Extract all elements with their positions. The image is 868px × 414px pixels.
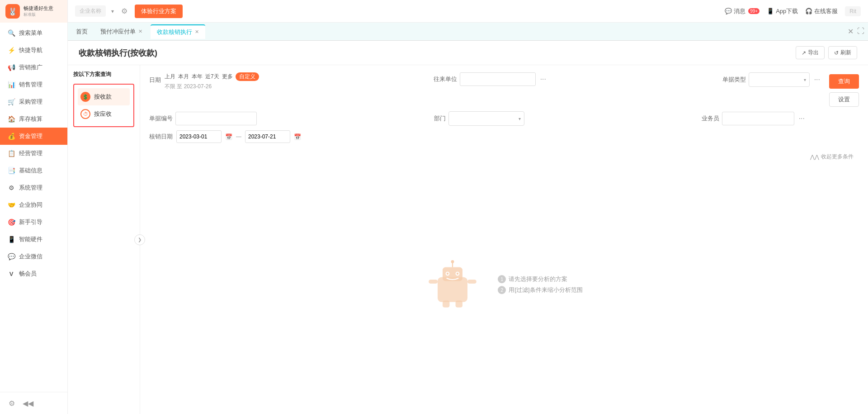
phone-icon: 📱 xyxy=(767,8,774,14)
shortcut-this-year[interactable]: 本年 xyxy=(192,73,203,81)
collapse-left-panel-arrow[interactable]: ❯ xyxy=(134,234,145,245)
sidebar-item-guide[interactable]: 🎯 新手引导 xyxy=(0,214,67,231)
sidebar-item-search[interactable]: 🔍 搜索菜单 xyxy=(0,24,67,42)
date-label: 日期 xyxy=(149,72,161,84)
sidebar-item-label: 系统管理 xyxy=(19,184,42,192)
sales-icon: 📊 xyxy=(7,81,15,89)
sidebar-item-funds[interactable]: 💰 资金管理 xyxy=(0,128,67,145)
topbar-gear-icon[interactable]: ⚙ xyxy=(119,5,129,17)
sidebar: 🐰 畅捷通好生意 标准版 🔍 搜索菜单 ⚡ 快捷导航 📢 营销推广 📊 销售管理… xyxy=(0,0,68,414)
shortcut-last-month[interactable]: 上月 xyxy=(165,73,175,81)
staff-dots[interactable]: ··· xyxy=(797,113,807,124)
verify-date-end[interactable] xyxy=(245,130,290,143)
sidebar-item-label: 企业微信 xyxy=(19,252,42,261)
collab-icon: 🤝 xyxy=(7,201,15,209)
receipts-tab-label: 收款核销执行 xyxy=(157,28,192,36)
shortcut-custom[interactable]: 自定义 xyxy=(236,72,259,81)
receipts-tab-close[interactable]: ✕ xyxy=(195,29,199,35)
svg-rect-8 xyxy=(443,300,449,307)
sidebar-item-vip[interactable]: V 畅会员 xyxy=(0,265,67,282)
dept-label: 部门 xyxy=(434,114,446,123)
verify-date-end-calendar-icon[interactable]: 📅 xyxy=(294,133,301,140)
tabbar: 首页 预付冲应付单 ✕ 收款核销执行 ✕ ✕ ⛶ xyxy=(68,23,868,41)
sidebar-item-inventory[interactable]: 🏠 库存核算 xyxy=(0,110,67,128)
sidebar-item-marketing[interactable]: 📢 营销推广 xyxy=(0,59,67,76)
page-header: 收款核销执行(按收款) ↗ 导出 ↺ 刷新 xyxy=(68,41,868,65)
inventory-icon: 🏠 xyxy=(7,115,15,123)
sidebar-item-label: 资金管理 xyxy=(19,132,42,140)
maximize-icon[interactable]: ⛶ xyxy=(857,27,864,36)
system-icon: ⚙ xyxy=(7,184,15,192)
receipt-filter-label: 按收款 xyxy=(94,93,112,101)
tab-receipts[interactable]: 收款核销执行 ✕ xyxy=(151,24,205,39)
filter-option-by-receivable[interactable]: ⏱ 按应收 xyxy=(78,105,130,123)
verify-date-start-calendar-icon[interactable]: 📅 xyxy=(225,133,232,140)
collapse-sidebar-icon[interactable]: ◀◀ xyxy=(22,397,34,409)
staff-filter: 业务员 ··· xyxy=(702,112,807,125)
sidebar-item-system[interactable]: ⚙ 系统管理 xyxy=(0,179,67,196)
basic-info-icon: 📑 xyxy=(7,167,15,175)
sidebar-item-purchase[interactable]: 🛒 采购管理 xyxy=(0,93,67,110)
topbar-user[interactable]: Rit xyxy=(845,6,861,16)
sidebar-item-label: 畅会员 xyxy=(19,270,37,278)
filter-container: 日期 上月 本月 本年 近7天 更多 自定义 不限 xyxy=(149,72,859,162)
shortcut-this-month[interactable]: 本月 xyxy=(178,73,189,81)
messages-badge: 99+ xyxy=(748,8,760,14)
messages-action[interactable]: 💬 消息 99+ xyxy=(725,7,760,15)
settings-footer-icon[interactable]: ⚙ xyxy=(5,397,18,409)
content-area: 按以下方案查询 💲 按收款 ⏱ 按应收 ❯ xyxy=(68,65,868,414)
dept-select-wrapper: ▾ xyxy=(448,111,524,126)
counterparty-dots[interactable]: ··· xyxy=(538,73,548,85)
date-no-limit: 不限 至 2023-07-26 xyxy=(165,83,259,90)
management-icon: 📋 xyxy=(7,149,15,157)
main-area: 企业名称 ▾ ⚙ 体验行业方案 💬 消息 99+ 📱 App下载 🎧 在线客服 … xyxy=(68,0,868,414)
solution-button[interactable]: 体验行业方案 xyxy=(135,5,183,18)
shortcut-7days[interactable]: 近7天 xyxy=(205,73,219,81)
message-icon: 💬 xyxy=(725,8,732,14)
doc-no-input[interactable] xyxy=(175,112,257,125)
verify-date-start[interactable] xyxy=(176,130,222,143)
sidebar-item-quicknav[interactable]: ⚡ 快捷导航 xyxy=(0,42,67,59)
close-all-icon[interactable]: ✕ xyxy=(848,27,854,36)
counterparty-input[interactable] xyxy=(460,72,536,86)
doc-type-select[interactable] xyxy=(749,72,810,87)
sidebar-item-sales[interactable]: 📊 销售管理 xyxy=(0,76,67,93)
receivable-filter-label: 按应收 xyxy=(94,110,112,118)
verify-date-dash: — xyxy=(236,133,241,140)
query-button[interactable]: 查询 xyxy=(829,74,859,89)
sidebar-item-basic-info[interactable]: 📑 基础信息 xyxy=(0,162,67,179)
sidebar-item-collab[interactable]: 🤝 企业协同 xyxy=(0,196,67,214)
marketing-icon: 📢 xyxy=(7,63,15,71)
topbar-brand: 企业名称 xyxy=(75,5,106,17)
sidebar-item-wechat[interactable]: 💬 企业微信 xyxy=(0,248,67,265)
empty-tip-1: 1 请先选择要分析的方案 xyxy=(498,275,582,283)
query-actions: 查询 设置 xyxy=(829,72,859,107)
sidebar-item-label: 营销推广 xyxy=(19,63,42,71)
setting-button[interactable]: 设置 xyxy=(829,92,859,107)
filter-option-by-receipt[interactable]: 💲 按收款 xyxy=(78,88,130,105)
shortcut-more[interactable]: 更多 xyxy=(222,73,233,81)
date-filter-block: 日期 上月 本月 本年 近7天 更多 自定义 不限 xyxy=(149,72,259,90)
tab-prepay[interactable]: 预付冲应付单 ✕ xyxy=(94,25,149,38)
staff-label: 业务员 xyxy=(702,114,719,123)
online-service-action[interactable]: 🎧 在线客服 xyxy=(805,7,838,15)
dept-select[interactable] xyxy=(448,111,524,126)
tab-home[interactable]: 首页 xyxy=(71,25,92,38)
sidebar-item-label: 基础信息 xyxy=(19,167,42,175)
wechat-icon: 💬 xyxy=(7,252,15,261)
svg-point-4 xyxy=(447,273,448,275)
collapse-more-button[interactable]: ⋀⋀ 收起更多条件 xyxy=(805,151,859,162)
svg-rect-9 xyxy=(456,300,462,307)
doc-type-dots[interactable]: ··· xyxy=(812,74,822,86)
prepay-tab-close[interactable]: ✕ xyxy=(138,29,142,34)
sidebar-item-hardware[interactable]: 📱 智能硬件 xyxy=(0,231,67,248)
topbar: 企业名称 ▾ ⚙ 体验行业方案 💬 消息 99+ 📱 App下载 🎧 在线客服 … xyxy=(68,0,868,23)
sidebar-item-management[interactable]: 📋 经营管理 xyxy=(0,145,67,162)
topbar-dropdown-arrow[interactable]: ▾ xyxy=(111,8,114,14)
app-download-action[interactable]: 📱 App下载 xyxy=(767,7,798,15)
refresh-button[interactable]: ↺ 刷新 xyxy=(828,46,857,59)
export-button[interactable]: ↗ 导出 xyxy=(796,46,825,59)
staff-input[interactable] xyxy=(722,112,794,125)
left-panel: 按以下方案查询 💲 按收款 ⏱ 按应收 ❯ xyxy=(68,65,140,414)
messages-label: 消息 xyxy=(734,7,745,15)
